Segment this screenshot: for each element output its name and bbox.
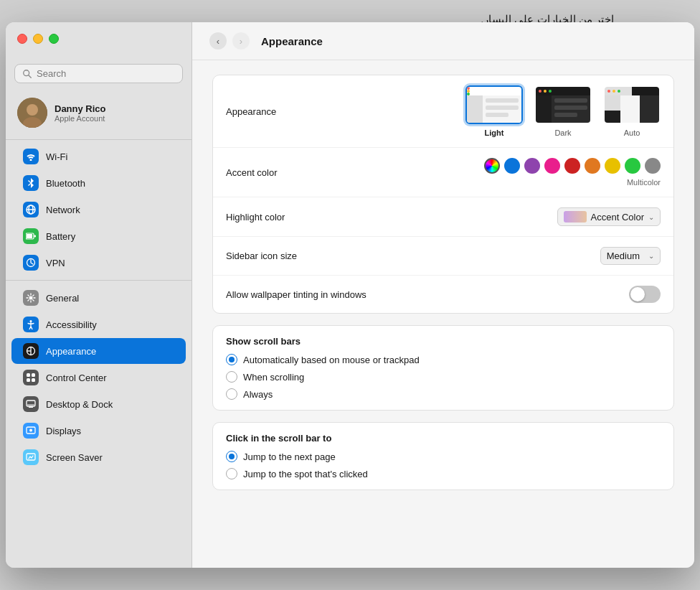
- thumb-sidebar-auto: [605, 95, 620, 124]
- sidebar-item-label-appearance: Appearance: [46, 346, 96, 357]
- close-button[interactable]: [17, 34, 27, 44]
- thumb-sidebar-dark: [536, 95, 552, 124]
- scroll-bars-always[interactable]: Always: [226, 388, 661, 400]
- user-profile[interactable]: Danny Rico Apple Account: [6, 92, 191, 136]
- search-box[interactable]: [14, 64, 183, 83]
- sidebar-item-screensaver[interactable]: Screen Saver: [11, 444, 186, 470]
- radio-spot-clicked-circle: [226, 468, 237, 479]
- theme-thumbnail-auto[interactable]: [603, 85, 661, 124]
- thumb-dark-bar-1: [554, 98, 587, 103]
- wifi-icon: [23, 149, 39, 164]
- swatch-blue[interactable]: [504, 158, 520, 174]
- scroll-bars-section: Show scroll bars Automatically based on …: [212, 325, 674, 411]
- avatar-image: [17, 98, 47, 128]
- wallpaper-tinting-control: [366, 286, 661, 303]
- battery-icon: [23, 228, 39, 244]
- swatch-yellow[interactable]: [605, 158, 620, 174]
- scroll-bars-scrolling[interactable]: When scrolling: [226, 371, 661, 383]
- appearance-thumbnails: Light: [465, 85, 661, 137]
- swatch-multicolor[interactable]: [484, 158, 500, 174]
- thumb-content: [483, 95, 521, 123]
- sidebar-icon-control: Medium ⌄: [341, 247, 661, 265]
- thumb-dot-yellow-auto: [612, 90, 615, 93]
- sidebar-item-label-wifi: Wi-Fi: [46, 151, 67, 162]
- svg-point-3: [27, 104, 38, 116]
- svg-rect-18: [32, 378, 35, 382]
- appearance-control: Light: [341, 85, 661, 137]
- theme-option-auto[interactable]: Auto: [603, 85, 661, 137]
- accent-color-row: Accent color: [213, 148, 673, 197]
- swatch-red[interactable]: [564, 158, 580, 174]
- theme-thumbnail-light[interactable]: [465, 85, 523, 124]
- highlight-preview: [564, 211, 587, 223]
- svg-rect-15: [27, 373, 30, 377]
- swatch-purple[interactable]: [524, 158, 540, 174]
- sidebar-icon-dropdown[interactable]: Medium ⌄: [600, 247, 661, 265]
- back-button[interactable]: ‹: [209, 32, 227, 50]
- thumb-sidebar: [467, 95, 483, 124]
- thumb-dark-bar-2: [554, 106, 587, 110]
- general-icon: [23, 290, 39, 306]
- click-next-page[interactable]: Jump to the next page: [226, 451, 661, 462]
- theme-option-light[interactable]: Light: [465, 85, 523, 137]
- search-input[interactable]: [37, 68, 175, 79]
- thumb-dot-green-dark: [549, 90, 552, 93]
- swatch-green[interactable]: [625, 158, 640, 174]
- maximize-button[interactable]: [49, 34, 59, 44]
- theme-option-dark[interactable]: Dark: [534, 85, 592, 137]
- highlight-color-row: Highlight color Accent Color ⌄: [213, 197, 673, 237]
- highlight-arrow: ⌄: [648, 213, 654, 221]
- scroll-bars-radio-group: Automatically based on mouse or trackpad…: [226, 354, 661, 400]
- swatch-graphite[interactable]: [645, 158, 661, 174]
- scroll-bars-auto-label: Automatically based on mouse or trackpad: [243, 355, 420, 365]
- swatch-pink[interactable]: [544, 158, 560, 174]
- scroll-bars-always-label: Always: [243, 389, 273, 400]
- svg-rect-10: [34, 235, 37, 238]
- theme-thumbnail-dark[interactable]: [534, 85, 592, 124]
- radio-always-circle: [226, 388, 237, 400]
- thumb-dot-yellow-dark: [544, 90, 547, 93]
- sidebar-item-label-displays: Displays: [46, 426, 81, 436]
- sidebar-item-desktop[interactable]: Desktop & Dock: [11, 391, 186, 417]
- main-header: ‹ › Appearance: [192, 22, 694, 60]
- thumb-bar-1: [486, 98, 519, 103]
- click-spot-clicked-label: Jump to the spot that's clicked: [243, 469, 368, 479]
- theme-label-auto: Auto: [624, 128, 640, 137]
- sidebar-item-network[interactable]: Network: [11, 197, 186, 223]
- sidebar-item-vpn[interactable]: VPN: [11, 250, 186, 276]
- forward-button[interactable]: ›: [232, 32, 250, 50]
- sidebar-item-control-center[interactable]: Control Center: [11, 365, 186, 390]
- minimize-button[interactable]: [33, 34, 43, 44]
- scroll-bars-auto[interactable]: Automatically based on mouse or trackpad: [226, 354, 661, 365]
- accent-color-label: Accent color: [226, 167, 341, 178]
- sidebar-item-label-screensaver: Screen Saver: [46, 452, 103, 463]
- svg-point-12: [29, 296, 33, 300]
- appearance-icon: [23, 343, 39, 359]
- thumb-dot-red-auto: [607, 90, 610, 93]
- swatch-orange[interactable]: [585, 158, 600, 174]
- sidebar-item-label-bluetooth: Bluetooth: [46, 178, 85, 189]
- sidebar-item-general[interactable]: General: [11, 285, 186, 311]
- sidebar-item-battery[interactable]: Battery: [11, 223, 186, 249]
- toggle-knob: [630, 287, 645, 301]
- click-spot-clicked[interactable]: Jump to the spot that's clicked: [226, 468, 661, 479]
- highlight-value: Accent Color: [591, 212, 644, 223]
- sidebar-item-bluetooth[interactable]: Bluetooth: [11, 170, 186, 196]
- highlight-dropdown[interactable]: Accent Color ⌄: [557, 207, 661, 226]
- divider-1: [6, 139, 191, 140]
- sidebar-item-displays[interactable]: Displays: [11, 418, 186, 444]
- sidebar-item-label-general: General: [46, 293, 79, 304]
- thumb-content-dark: [552, 95, 590, 123]
- thumb-content-auto: [620, 95, 659, 123]
- sidebar-item-accessibility[interactable]: Accessibility: [11, 312, 186, 337]
- main-content: ‹ › Appearance Appearance: [192, 22, 694, 568]
- wallpaper-tinting-toggle[interactable]: [629, 286, 661, 303]
- sidebar-item-wifi[interactable]: Wi-Fi: [11, 144, 186, 169]
- appearance-row: Appearance: [213, 75, 673, 148]
- sidebar-item-appearance[interactable]: Appearance: [11, 338, 186, 364]
- thumb-dot-red-dark: [539, 90, 541, 93]
- radio-auto-circle: [226, 354, 237, 365]
- svg-rect-20: [29, 407, 33, 408]
- page-title: Appearance: [261, 35, 323, 47]
- accent-colors: Multicolor: [484, 158, 661, 187]
